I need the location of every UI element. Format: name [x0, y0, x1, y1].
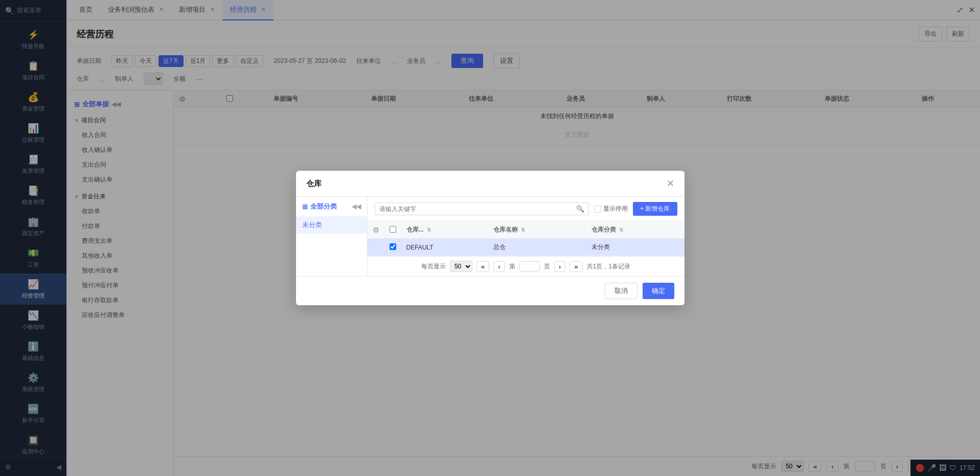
modal-th-code-label: 仓库...: [406, 226, 424, 233]
show-disabled-checkbox-group: 显示停用: [594, 205, 628, 213]
modal-th-name-label: 仓库名称: [493, 226, 518, 233]
modal-page-size-label: 每页显示: [421, 262, 446, 271]
search-icon: 🔍: [576, 205, 584, 213]
modal-table-area: ⚙ 仓库... ⇅: [368, 221, 685, 256]
modal-toolbar: 🔍 显示停用 + 新增仓库: [368, 197, 685, 221]
modal-table: ⚙ 仓库... ⇅: [368, 221, 685, 256]
modal-th-checkbox: [384, 221, 401, 239]
modal-th-category: 仓库分类 ⇅: [586, 221, 685, 239]
modal-gear-icon[interactable]: ⚙: [373, 226, 379, 234]
modal-first-page-btn[interactable]: «: [476, 261, 489, 272]
modal-footer: 取消 确定: [296, 276, 685, 305]
modal-header: 仓库 ✕: [296, 171, 685, 197]
modal-page-suffix: 页: [544, 262, 550, 271]
modal-th-category-label: 仓库分类: [591, 226, 616, 233]
modal-th-gear: ⚙: [368, 221, 384, 239]
modal-sidebar-all-icon: ⊞: [302, 203, 308, 211]
cancel-button[interactable]: 取消: [605, 283, 637, 299]
search-box: 🔍: [375, 202, 589, 215]
modal-page-label: 第: [509, 262, 515, 271]
modal-page-input[interactable]: 1: [519, 261, 540, 271]
modal-row-checkbox[interactable]: [390, 243, 396, 250]
sort-arrows-name[interactable]: ⇅: [521, 227, 525, 233]
modal-td-category: 未分类: [586, 239, 685, 256]
show-disabled-checkbox[interactable]: [594, 206, 601, 213]
modal-td-code: DEFAULT: [401, 239, 488, 256]
modal-content: 🔍 显示停用 + 新增仓库: [368, 197, 685, 276]
modal-prev-page-btn[interactable]: ‹: [493, 261, 505, 272]
show-disabled-label: 显示停用: [603, 205, 628, 213]
modal-td-name: 总仓: [488, 239, 586, 256]
modal-overlay: 仓库 ✕ ⊞ 全部分类 ◀◀ 未分类: [0, 0, 980, 476]
modal-warehouse: 仓库 ✕ ⊞ 全部分类 ◀◀ 未分类: [296, 171, 685, 305]
modal-th-name: 仓库名称 ⇅: [488, 221, 586, 239]
sort-arrows-code[interactable]: ⇅: [427, 227, 431, 233]
modal-next-page-btn[interactable]: ›: [554, 261, 565, 272]
modal-last-page-btn[interactable]: »: [569, 261, 582, 272]
modal-close-button[interactable]: ✕: [667, 178, 674, 189]
modal-total-text: 共1页，1条记录: [587, 262, 630, 271]
modal-sidebar: ⊞ 全部分类 ◀◀ 未分类: [296, 197, 368, 276]
sort-arrows-category[interactable]: ⇅: [619, 227, 623, 233]
modal-td-gear: [368, 239, 384, 256]
search-input[interactable]: [379, 206, 574, 213]
modal-page-size-select[interactable]: 50: [450, 261, 472, 272]
modal-sidebar-item-uncategorized[interactable]: 未分类: [296, 216, 367, 234]
confirm-button[interactable]: 确定: [643, 283, 674, 299]
modal-table-row[interactable]: DEFAULT 总仓 未分类: [368, 239, 685, 256]
modal-title: 仓库: [306, 179, 322, 189]
modal-sidebar-all[interactable]: ⊞ 全部分类 ◀◀: [296, 197, 367, 216]
modal-td-checkbox: [384, 239, 401, 256]
add-warehouse-button[interactable]: + 新增仓库: [633, 202, 677, 216]
modal-body: ⊞ 全部分类 ◀◀ 未分类 🔍: [296, 197, 685, 276]
modal-th-code: 仓库... ⇅: [401, 221, 488, 239]
modal-sidebar-collapse-icon[interactable]: ◀◀: [352, 203, 361, 210]
modal-sidebar-all-label: 全部分类: [310, 202, 337, 211]
modal-sidebar-uncategorized-label: 未分类: [302, 221, 322, 229]
modal-select-all-checkbox[interactable]: [390, 226, 396, 233]
modal-table-footer: 每页显示 50 « ‹ 第 1 页 › » 共1页，1条记录: [368, 256, 685, 276]
modal-table-header: ⚙ 仓库... ⇅: [368, 221, 685, 239]
